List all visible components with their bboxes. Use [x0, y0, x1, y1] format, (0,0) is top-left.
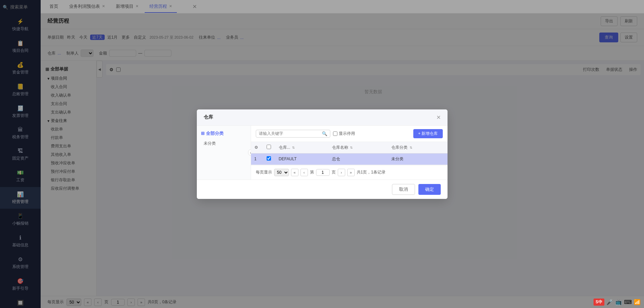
th-settings[interactable]: ⚙: [251, 142, 263, 153]
modal-footer: 取消 确定: [197, 180, 448, 199]
next-page-modal[interactable]: ›: [338, 169, 345, 176]
page-suffix-modal: 页: [332, 169, 336, 175]
first-page-modal[interactable]: «: [291, 169, 298, 176]
modal-left-panel: ⊞ 全部分类 未分类 ◀: [197, 126, 251, 180]
taskbar: S中 🎤 📺 ⌨ 📶: [590, 296, 644, 308]
all-categories-label: 全部分类: [206, 130, 224, 137]
taskbar-monitor-icon[interactable]: 📺: [615, 299, 622, 305]
th-name: 仓库名称 ⇅: [329, 142, 388, 153]
col-name-sort: ⇅: [350, 146, 353, 149]
modal-overlay: 仓库 ✕ ⊞ 全部分类 未分类 ◀ 🔍: [0, 0, 644, 308]
search-icon-modal: 🔍: [322, 131, 327, 136]
modal-panel-collapse[interactable]: ◀: [248, 149, 251, 156]
warehouse-table-row[interactable]: 1 DEFAULT 总仓 未分类: [251, 153, 448, 165]
warehouse-table: ⚙ 仓库... ⇅ 仓库名称: [251, 142, 448, 165]
modal-toolbar: 🔍 显示停用 + 新增仓库: [251, 126, 448, 142]
taskbar-s-icon: S中: [594, 299, 604, 306]
taskbar-keyboard-icon[interactable]: ⌨: [624, 299, 632, 305]
show-disabled-label: 显示停用: [333, 131, 355, 137]
warehouse-search-input[interactable]: [259, 131, 320, 136]
col-category-label: 仓库分类: [391, 145, 408, 150]
row-checkbox[interactable]: [263, 153, 275, 165]
row-index: 1: [251, 153, 263, 165]
modal-close-button[interactable]: ✕: [436, 114, 441, 121]
search-input-wrap: 🔍: [256, 130, 330, 138]
th-checkbox: [263, 142, 275, 153]
show-disabled-checkbox[interactable]: [333, 131, 337, 136]
modal-table: ⚙ 仓库... ⇅ 仓库名称: [251, 142, 448, 165]
th-category: 仓库分类 ⇅: [388, 142, 447, 153]
modal-all-categories[interactable]: ⊞ 全部分类: [197, 128, 251, 139]
modal-pagination: 每页显示 50 « ‹ 第 页 › » 共1页，1条记录: [251, 165, 448, 180]
col-code-sort: ⇅: [292, 146, 295, 149]
col-category-sort: ⇅: [410, 146, 412, 149]
warehouse-modal: 仓库 ✕ ⊞ 全部分类 未分类 ◀ 🔍: [197, 109, 448, 199]
col-settings-icon: ⚙: [254, 145, 258, 150]
modal-body: ⊞ 全部分类 未分类 ◀ 🔍 显示停用: [197, 126, 448, 180]
per-page-label-modal: 每页显示: [256, 169, 272, 175]
th-code: 仓库... ⇅: [275, 142, 329, 153]
taskbar-network-icon[interactable]: 📶: [634, 299, 641, 305]
add-warehouse-button[interactable]: + 新增仓库: [413, 129, 442, 138]
col-name-label: 仓库名称: [332, 145, 348, 150]
modal-header: 仓库 ✕: [197, 109, 448, 126]
page-input-modal[interactable]: [316, 169, 330, 176]
taskbar-mic-icon[interactable]: 🎤: [606, 299, 613, 305]
prev-page-modal[interactable]: ‹: [300, 169, 308, 176]
row-category: 未分类: [388, 153, 447, 165]
table-select-all-modal[interactable]: [267, 145, 271, 149]
grid-icon-modal: ⊞: [201, 131, 205, 136]
total-text-modal: 共1页，1条记录: [357, 169, 386, 175]
modal-category-未分类[interactable]: 未分类: [197, 139, 251, 148]
modal-title: 仓库: [204, 114, 213, 120]
row-name: 总仓: [329, 153, 388, 165]
last-page-modal[interactable]: »: [347, 169, 355, 176]
modal-right-panel: 🔍 显示停用 + 新增仓库 ⚙: [251, 126, 448, 180]
page-label-modal: 第: [310, 169, 314, 175]
col-code-label: 仓库...: [279, 145, 290, 150]
cancel-button[interactable]: 取消: [392, 184, 415, 195]
show-disabled-text: 显示停用: [339, 131, 355, 137]
confirm-button[interactable]: 确定: [418, 184, 441, 195]
per-page-select-modal[interactable]: 50: [274, 169, 289, 176]
row-code: DEFAULT: [275, 153, 329, 165]
